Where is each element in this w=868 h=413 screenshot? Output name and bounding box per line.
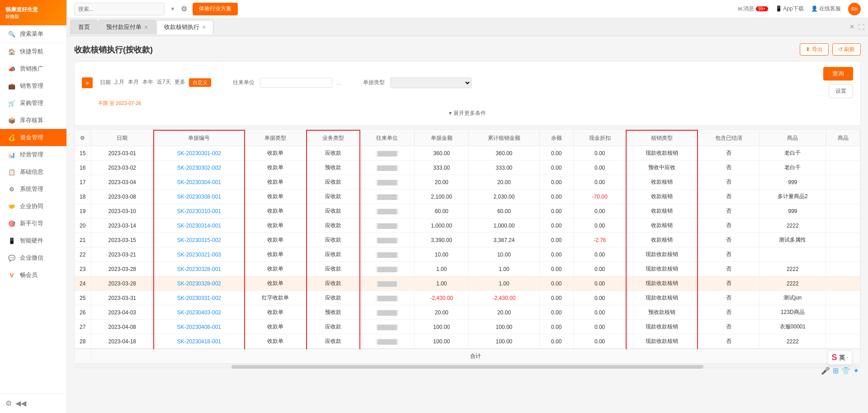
tab-writeoff[interactable]: 收款核销执行 × [156,20,213,34]
date-filter-links: 上月 本月 本年 近7天 更多 自定义 [113,78,211,87]
settings-gear-icon[interactable]: ⚙ [181,5,187,13]
online-service-link[interactable]: 👤 在线客服 [811,5,841,13]
app-download-link[interactable]: 📱 App下载 [775,5,804,13]
sidebar-item-cooperation[interactable]: 🤝 企业协同 [0,198,66,215]
this-month-link[interactable]: 本月 [128,78,139,87]
voucher-no-link[interactable]: SK-20230328-002 [177,280,221,287]
collapse-icon[interactable]: ◀◀ [15,399,26,408]
col-product[interactable]: 商品 [760,130,826,146]
shirt-icon[interactable]: 👕 [841,366,850,375]
voucher-no-link[interactable]: SK-20230301-002 [177,150,221,157]
col-counterpart[interactable]: 往来单位 [360,130,415,146]
this-year-link[interactable]: 本年 [142,78,153,87]
voucher-no-link[interactable]: SK-20230331-002 [177,295,221,301]
cell-writeoff-type: 收款核销 [626,233,698,247]
topbar-search-input[interactable] [74,3,165,15]
tab-home[interactable]: 首页 [71,20,98,34]
expand-more-btn[interactable]: ▾ 展开更多条件 [82,107,853,120]
sidebar-item-inventory[interactable]: 📦 库存核算 [0,112,66,129]
export-button[interactable]: ⬆ 导出 [800,43,828,56]
app-version: 标推版 [5,14,38,20]
voucher-no-link[interactable]: SK-20230403-002 [177,309,221,316]
col-date[interactable]: 日期 [91,130,154,146]
table-row: 17 2023-03-04 SK-20230304-001 收款单 应收款 ██… [75,175,860,190]
sidebar-item-search[interactable]: 🔍 搜索菜单 [0,25,66,43]
cell-biz-type: 应收款 [307,247,359,262]
dropdown-arrow-icon[interactable]: ▼ [170,6,175,12]
cell-product: 测试jun [760,291,826,305]
sidebar-item-basic-info[interactable]: 📋 基础信息 [0,163,66,180]
writeoff-tab-close-icon[interactable]: × [202,24,206,31]
col-product2[interactable]: 商品 [826,130,860,146]
voucher-no-link[interactable]: SK-20230321-003 [177,252,221,258]
table-row: 20 2023-03-14 SK-20230314-001 收款单 应收款 ██… [75,218,860,233]
cell-row-no: 26 [75,305,91,320]
voucher-no-link[interactable]: SK-20230304-001 [177,179,221,185]
settings-icon[interactable]: ⚙ [5,399,12,408]
tab-prepayment[interactable]: 预付款应付单 × [99,20,156,34]
star-icon[interactable]: ✦ [853,366,859,375]
sidebar-item-purchase[interactable]: 🛒 采购管理 [0,95,66,112]
grid-icon[interactable]: ⊞ [833,366,839,375]
cell-discount: 0.00 [574,247,627,262]
refresh-button[interactable]: ↺ 刷新 [832,43,861,56]
col-discount[interactable]: 现金折扣 [574,130,627,146]
messages-area[interactable]: ✉ 消息 99+ [738,5,768,13]
col-voucher-no[interactable]: 单据编号 [154,130,244,146]
col-biz-type[interactable]: 业务类型 [307,130,359,146]
cell-accumulated: -2,430.00 [469,291,539,305]
last-month-link[interactable]: 上月 [113,78,124,87]
col-writeoff-type[interactable]: 核销类型 [626,130,698,146]
voucher-no-link[interactable]: SK-20230302-002 [177,165,221,171]
cell-row-no: 24 [75,276,91,291]
cell-included: 否 [698,190,760,204]
sidebar-item-system[interactable]: ⚙ 系统管理 [0,180,66,198]
sidebar-item-nav[interactable]: 🏠 快捷导航 [0,43,66,60]
query-button[interactable]: 查询 [823,67,853,81]
sidebar-bottom: ⚙ ◀◀ [0,393,66,413]
last-7days-link[interactable]: 近7天 [157,78,171,87]
cell-discount: 0.00 [574,305,627,320]
close-all-icon[interactable]: × [849,22,854,32]
voucher-no-link[interactable]: SK-20230408-001 [177,324,221,330]
prepayment-tab-close-icon[interactable]: × [144,24,148,31]
mic-icon[interactable]: 🎤 [821,366,830,375]
cell-product2 [826,218,860,233]
cell-counterpart: ██████ [360,218,415,233]
col-included[interactable]: 包含已结清 [698,130,760,146]
voucher-no-link[interactable]: SK-20230328-001 [177,266,221,272]
col-amount[interactable]: 单据金额 [415,130,469,146]
user-avatar[interactable]: Rit [848,3,861,15]
voucher-type-select[interactable] [390,77,472,88]
sidebar-item-weixin[interactable]: 💬 企业微信 [0,249,66,266]
voucher-no-link[interactable]: SK-20230314-001 [177,223,221,229]
solution-button[interactable]: 体验行业方案 [193,3,238,15]
counterpart-input[interactable] [260,78,332,88]
voucher-no-link[interactable]: SK-20230310-001 [177,208,221,214]
cell-date: 2023-03-14 [91,218,154,233]
voucher-no-link[interactable]: SK-20230308-001 [177,194,221,200]
setting-button[interactable]: 设置 [829,84,853,98]
col-config[interactable]: ⚙ [75,130,91,146]
sidebar-item-finance[interactable]: 💰 资金管理 [0,129,66,146]
col-accumulated[interactable]: 累计核销金额 [469,130,539,146]
sidebar-item-hardware[interactable]: 📱 智能硬件 [0,232,66,249]
cell-voucher-type: 收款单 [245,175,307,190]
sidebar-item-operations[interactable]: 📊 经营管理 [0,146,66,163]
dots-indicator[interactable]: ... [337,80,341,86]
cell-biz-type: 应收款 [307,334,359,349]
filter-expand-btn[interactable]: » [82,77,93,88]
expand-icon[interactable]: ⛶ [858,24,864,31]
sidebar-item-sales[interactable]: 💼 销售管理 [0,77,66,95]
horizontal-scrollbar[interactable] [74,365,861,369]
cell-voucher-type: 收款单 [245,276,307,291]
voucher-no-link[interactable]: SK-20230418-001 [177,338,221,345]
voucher-no-link[interactable]: SK-20230315-002 [177,237,221,243]
more-link[interactable]: 更多 [175,78,185,87]
sidebar-item-marketing[interactable]: 📣 营销推广 [0,60,66,77]
col-voucher-type[interactable]: 单据类型 [245,130,307,146]
sidebar-item-guide[interactable]: 🎯 新手引导 [0,215,66,232]
col-balance[interactable]: 余额 [539,130,574,146]
custom-date-btn[interactable]: 自定义 [189,78,211,87]
sidebar-item-member[interactable]: V 畅会员 [0,266,66,284]
